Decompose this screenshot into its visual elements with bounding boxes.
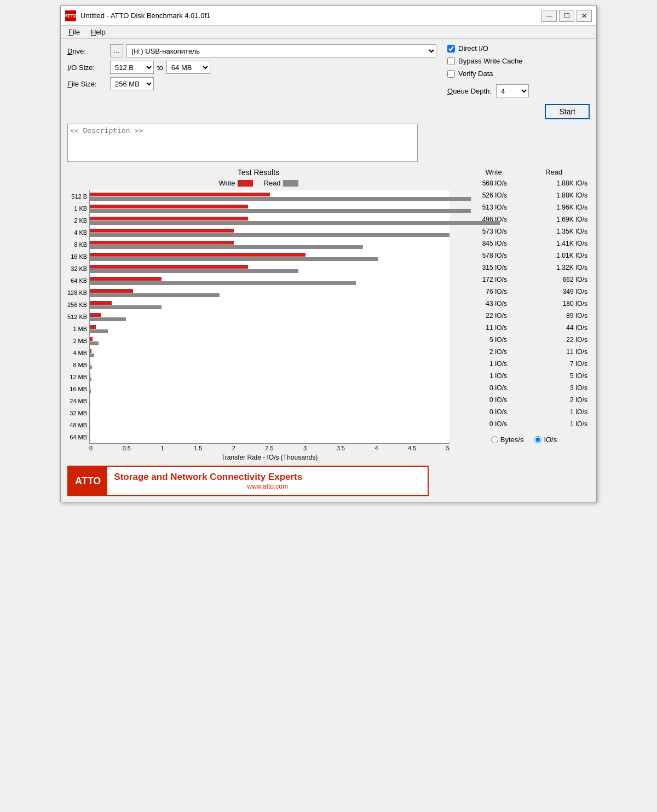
write-bar bbox=[90, 337, 93, 341]
read-legend-label: Read bbox=[264, 179, 281, 187]
x-tick: 4.5 bbox=[408, 445, 416, 451]
write-bar bbox=[90, 349, 91, 353]
read-value: 1 IO/s bbox=[541, 420, 587, 428]
table-row: 315 IO/s1.32K IO/s bbox=[458, 262, 590, 274]
read-bar bbox=[90, 221, 500, 225]
read-value: 44 IO/s bbox=[541, 324, 587, 332]
menu-file-label: F bbox=[68, 28, 73, 36]
file-size-select[interactable]: 256 MB bbox=[110, 77, 154, 90]
bypass-write-cache-checkbox[interactable] bbox=[447, 57, 455, 65]
bar-row bbox=[90, 275, 449, 287]
ios-radio-text: IO/s bbox=[544, 436, 557, 444]
drive-row: Drive: ... (H:) USB-накопитель bbox=[67, 44, 436, 57]
x-tick: 1 bbox=[160, 445, 164, 451]
start-button[interactable]: Start bbox=[545, 104, 590, 119]
chart-title: Test Results bbox=[67, 168, 449, 177]
read-bar bbox=[90, 366, 92, 369]
y-label: 64 KB bbox=[71, 275, 87, 287]
read-bar bbox=[90, 233, 449, 237]
maximize-button[interactable]: ☐ bbox=[559, 10, 574, 22]
io-size-label: I/O Size: bbox=[67, 63, 107, 72]
bar-row bbox=[90, 323, 449, 335]
write-value: 1 IO/s bbox=[460, 372, 507, 380]
read-bar bbox=[90, 317, 126, 321]
io-size-to-select[interactable]: 64 MB bbox=[166, 61, 210, 74]
table-row: 0 IO/s1 IO/s bbox=[458, 406, 590, 418]
minimize-button[interactable]: — bbox=[541, 10, 557, 22]
bar-row bbox=[90, 431, 449, 443]
write-bar bbox=[90, 229, 234, 233]
write-value: 568 IO/s bbox=[460, 179, 507, 187]
write-value: 573 IO/s bbox=[460, 228, 507, 235]
read-value: 1.88K IO/s bbox=[541, 179, 587, 187]
read-value: 7 IO/s bbox=[541, 360, 587, 368]
menu-bar: File Help bbox=[61, 26, 596, 39]
read-bar bbox=[90, 281, 356, 285]
menu-file[interactable]: File bbox=[64, 27, 84, 37]
bar-row bbox=[90, 251, 449, 263]
read-bar bbox=[90, 414, 90, 417]
chart-bars bbox=[89, 190, 449, 444]
write-header: Write bbox=[486, 168, 502, 176]
x-tick: 0.5 bbox=[123, 445, 131, 451]
direct-io-checkbox[interactable] bbox=[447, 45, 455, 53]
queue-depth-select[interactable]: 4 bbox=[496, 84, 529, 97]
bar-row bbox=[90, 227, 449, 239]
y-label: 2 MB bbox=[73, 335, 87, 347]
table-row: 1 IO/s7 IO/s bbox=[458, 358, 590, 370]
io-size-from-select[interactable]: 512 B bbox=[110, 61, 154, 74]
x-tick: 0 bbox=[89, 445, 93, 451]
drive-label: Drive: bbox=[67, 47, 107, 55]
write-value: 43 IO/s bbox=[460, 300, 507, 308]
app-icon: ATTO bbox=[65, 10, 76, 21]
title-bar: ATTO Untitled - ATTO Disk Benchmark 4.01… bbox=[61, 6, 596, 26]
write-bar bbox=[90, 385, 90, 389]
close-button[interactable]: ✕ bbox=[577, 10, 592, 22]
write-bar bbox=[90, 205, 248, 208]
drive-select[interactable]: (H:) USB-накопитель bbox=[126, 44, 436, 57]
x-tick: 2.5 bbox=[265, 445, 273, 451]
read-bar bbox=[90, 245, 363, 249]
bar-row bbox=[90, 347, 449, 359]
read-bar bbox=[90, 341, 99, 345]
bytes-radio-label[interactable]: Bytes/s bbox=[491, 436, 524, 444]
table-row: 568 IO/s1.88K IO/s bbox=[458, 177, 590, 189]
description-input[interactable] bbox=[67, 124, 418, 162]
bypass-write-cache-row: Bypass Write Cache bbox=[447, 57, 590, 65]
write-legend-label: Write bbox=[218, 179, 235, 187]
y-label: 4 MB bbox=[73, 347, 87, 359]
read-bar bbox=[90, 269, 298, 273]
chart-legend: Write Read bbox=[67, 179, 449, 187]
menu-help[interactable]: Help bbox=[87, 27, 110, 37]
read-value: 1 IO/s bbox=[541, 408, 587, 416]
browse-button[interactable]: ... bbox=[110, 44, 123, 57]
main-window: ATTO Untitled - ATTO Disk Benchmark 4.01… bbox=[60, 5, 597, 502]
y-label: 16 MB bbox=[70, 383, 87, 395]
verify-data-checkbox[interactable] bbox=[447, 70, 455, 78]
write-value: 315 IO/s bbox=[460, 264, 507, 271]
bar-row bbox=[90, 214, 449, 227]
ios-radio[interactable] bbox=[534, 436, 541, 443]
y-label: 512 B bbox=[71, 190, 87, 202]
ios-radio-label[interactable]: IO/s bbox=[534, 436, 557, 444]
bytes-radio[interactable] bbox=[491, 436, 498, 443]
read-bar bbox=[90, 305, 162, 309]
y-label: 32 MB bbox=[70, 407, 87, 419]
read-value: 5 IO/s bbox=[541, 372, 587, 380]
y-label: 12 MB bbox=[70, 371, 87, 383]
bypass-write-cache-label: Bypass Write Cache bbox=[458, 57, 523, 65]
write-bar bbox=[90, 193, 269, 196]
table-row: 1 IO/s5 IO/s bbox=[458, 370, 590, 382]
y-label: 4 KB bbox=[74, 227, 87, 239]
left-controls: Drive: ... (H:) USB-накопитель I/O Size:… bbox=[67, 44, 436, 119]
y-label: 64 MB bbox=[70, 431, 87, 443]
read-value: 22 IO/s bbox=[541, 336, 587, 344]
bar-row bbox=[90, 299, 449, 311]
chart-area: Test Results Write Read 512 B1 KB2 KB4 K… bbox=[67, 168, 449, 461]
y-label: 128 KB bbox=[67, 287, 87, 299]
y-labels: 512 B1 KB2 KB4 KB8 KB16 KB32 KB64 KB128 … bbox=[67, 190, 89, 461]
bar-row bbox=[90, 419, 449, 431]
write-bar bbox=[90, 277, 162, 281]
verify-data-label: Verify Data bbox=[458, 69, 493, 78]
bar-row bbox=[90, 311, 449, 323]
